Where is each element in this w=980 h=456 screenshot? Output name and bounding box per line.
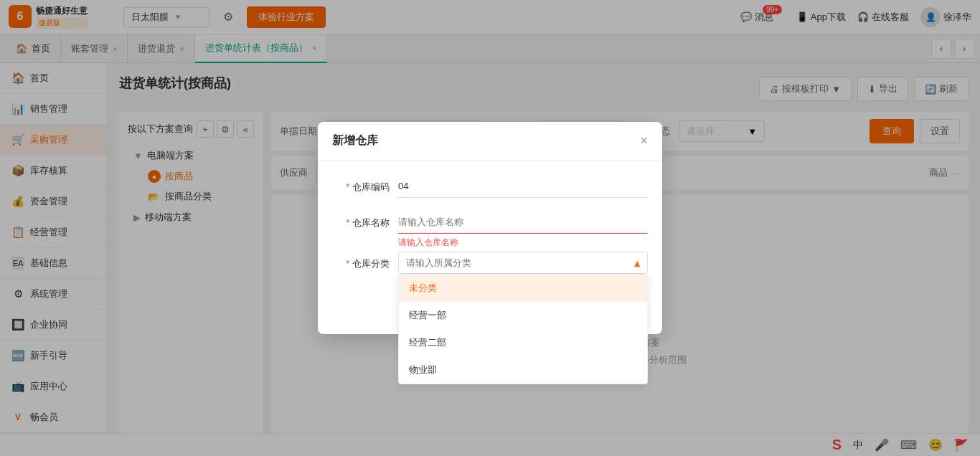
modal-body: * 仓库编码 * 仓库名称 请输入仓库名称 [318,161,662,288]
modal-close-btn[interactable]: × [640,133,648,148]
form-row-name: * 仓库名称 请输入仓库名称 [332,211,648,249]
category-arrow-btn[interactable]: ▲ [632,257,642,269]
code-input-wrapper [398,175,648,198]
category-dropdown: 未分类 经营一部 经营二部 物业部 [398,274,648,384]
dropdown-item-dept2[interactable]: 经营二部 [399,329,647,356]
code-label: * 仓库编码 [332,175,390,194]
modal-overlay[interactable]: 新增仓库 × * 仓库编码 * 仓库名称 [0,0,980,456]
category-label: * 仓库分类 [332,252,390,270]
form-row-category: * 仓库分类 ▲ 未分类 经营一部 经营二部 物业部 [332,252,648,274]
name-input-wrapper: 请输入仓库名称 [398,211,648,249]
modal-title: 新增仓库 [332,133,378,148]
name-input[interactable] [398,211,648,234]
modal-header: 新增仓库 × [318,122,662,161]
name-error-msg: 请输入仓库名称 [398,237,648,249]
category-input-wrapper: ▲ 未分类 经营一部 经营二部 物业部 [398,252,648,274]
category-input[interactable] [398,252,648,274]
required-mark3: * [346,258,349,269]
dropdown-item-dept3[interactable]: 物业部 [399,356,647,384]
dropdown-item-dept1[interactable]: 经营一部 [399,302,647,329]
required-mark: * [346,181,349,192]
required-mark2: * [346,217,349,228]
code-input[interactable] [398,175,648,198]
name-label: * 仓库名称 [332,211,390,229]
new-warehouse-modal: 新增仓库 × * 仓库编码 * 仓库名称 [318,122,662,334]
form-row-code: * 仓库编码 [332,175,648,198]
dropdown-item-none[interactable]: 未分类 [399,275,647,302]
category-select-wrapper: ▲ [398,252,648,274]
